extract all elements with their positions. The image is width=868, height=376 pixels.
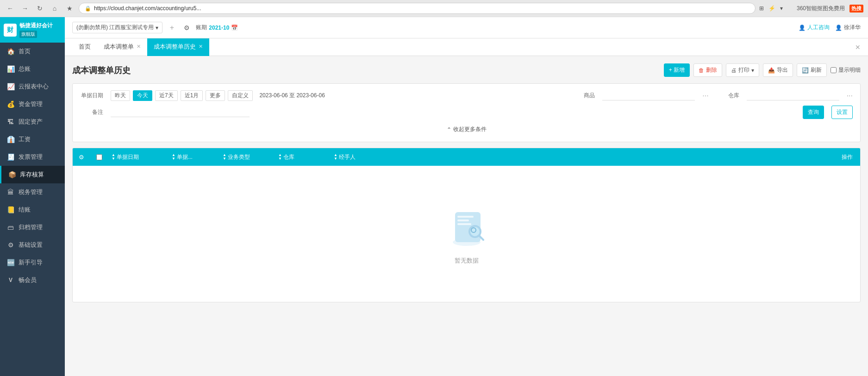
print-icon: 🖨 bbox=[731, 67, 737, 74]
sidebar-item-archive[interactable]: 🗃 归档管理 bbox=[0, 219, 65, 236]
display-cols-toggle[interactable]: 显示明细 bbox=[831, 66, 861, 74]
date-btn-today[interactable]: 今天 bbox=[133, 90, 152, 101]
date-btn-yesterday[interactable]: 昨天 bbox=[111, 90, 130, 101]
page-title-bar: 成本调整单历史 + 新增 🗑 删除 🖨 打印 ▾ 📤 导出 bbox=[72, 63, 861, 77]
select-all-checkbox[interactable] bbox=[96, 154, 102, 160]
th-date-sort-icon: ▲▼ bbox=[112, 153, 115, 161]
th-date-label: 单据日期 bbox=[117, 153, 139, 161]
delete-button[interactable]: 🗑 删除 bbox=[693, 63, 722, 77]
collapse-button[interactable]: ⌃ 收起更多条件 bbox=[447, 124, 487, 135]
manage-company-button[interactable]: ⚙ bbox=[181, 22, 192, 33]
sidebar-item-closing[interactable]: 📒 结账 bbox=[0, 201, 65, 219]
ssl-lock-icon: 🔒 bbox=[85, 6, 91, 12]
bookmark-button[interactable]: ★ bbox=[64, 3, 75, 14]
sidebar-item-assets[interactable]: 🏗 固定资产 bbox=[0, 113, 65, 131]
sidebar-label-invoice: 发票管理 bbox=[19, 153, 43, 161]
sidebar-item-membership[interactable]: V 畅会员 bbox=[0, 271, 65, 289]
export-button[interactable]: 📤 导出 bbox=[763, 63, 793, 77]
tab-cost-adjust-history-close[interactable]: ✕ bbox=[199, 44, 203, 50]
display-cols-checkbox[interactable] bbox=[831, 67, 837, 73]
svg-rect-3 bbox=[457, 219, 469, 221]
guide-icon: 🆕 bbox=[6, 259, 15, 266]
th-handler[interactable]: ▲▼ 经手人 bbox=[330, 153, 386, 161]
goods-filter-input[interactable] bbox=[602, 91, 695, 100]
tab-cost-adjust-label: 成本调整单 bbox=[104, 43, 134, 51]
collapse-label: 收起更多条件 bbox=[453, 125, 487, 133]
goods-ellipsis[interactable]: ··· bbox=[702, 92, 708, 100]
back-button[interactable]: ← bbox=[5, 3, 16, 14]
tab-cost-adjust-close[interactable]: ✕ bbox=[137, 44, 141, 50]
tab-cost-adjust-history[interactable]: 成本调整单历史 ✕ bbox=[147, 38, 209, 56]
refresh-button[interactable]: 🔄 刷新 bbox=[797, 63, 827, 77]
date-btn-custom[interactable]: 自定义 bbox=[228, 90, 253, 101]
sidebar-label-funds: 资金管理 bbox=[19, 100, 43, 108]
app-container: 财 畅捷通好会计 旗舰版 🏠 首页 📊 总账 📈 云报表中心 💰 资金管理 bbox=[0, 17, 868, 376]
sidebar-item-reports[interactable]: 📈 云报表中心 bbox=[0, 78, 65, 95]
sidebar-label-assets: 固定资产 bbox=[19, 118, 43, 126]
user-profile[interactable]: 👤 徐泽华 bbox=[835, 24, 861, 31]
sidebar-item-invoice[interactable]: 🧾 发票管理 bbox=[0, 148, 65, 166]
company-selector[interactable]: (勿删勿禁用) 江西服宝测试专用 ▾ bbox=[72, 22, 162, 33]
sidebar: 财 畅捷通好会计 旗舰版 🏠 首页 📊 总账 📈 云报表中心 💰 资金管理 bbox=[0, 17, 65, 376]
th-date[interactable]: ▲▼ 单据日期 bbox=[108, 153, 168, 161]
warehouse-filter-input[interactable] bbox=[747, 91, 839, 100]
date-btn-1month[interactable]: 近1月 bbox=[181, 90, 203, 101]
query-button[interactable]: 查询 bbox=[803, 106, 824, 119]
chevron-down-icon[interactable]: ▾ bbox=[780, 5, 783, 12]
th-biz-sort-icon: ▲▼ bbox=[223, 153, 226, 161]
sidebar-item-inventory[interactable]: 📦 库存核算 bbox=[0, 166, 65, 183]
archive-icon: 🗃 bbox=[6, 224, 15, 231]
note-filter-input[interactable] bbox=[111, 107, 250, 117]
home-button[interactable]: ⌂ bbox=[49, 3, 60, 14]
table-select-all[interactable] bbox=[90, 154, 108, 160]
th-warehouse[interactable]: ▲▼ 仓库 bbox=[275, 153, 330, 161]
add-button[interactable]: + 新增 bbox=[664, 63, 690, 77]
print-button[interactable]: 🖨 打印 ▾ bbox=[726, 63, 759, 77]
sidebar-item-settings[interactable]: ⚙ 基础设置 bbox=[0, 236, 65, 254]
sidebar-item-guide[interactable]: 🆕 新手引导 bbox=[0, 254, 65, 271]
export-icon: 📤 bbox=[768, 67, 775, 74]
service-button[interactable]: 👤 人工咨询 bbox=[799, 24, 830, 31]
forward-button[interactable]: → bbox=[19, 3, 31, 14]
sidebar-label-closing: 结账 bbox=[19, 206, 31, 214]
sidebar-item-funds[interactable]: 💰 资金管理 bbox=[0, 95, 65, 113]
table-settings-icon[interactable]: ⚙ bbox=[73, 154, 90, 161]
page-actions: + 新增 🗑 删除 🖨 打印 ▾ 📤 导出 🔄 bbox=[664, 63, 861, 77]
closing-icon: 📒 bbox=[6, 206, 15, 213]
add-company-button[interactable]: + bbox=[166, 22, 177, 33]
goods-filter-label: 商品 bbox=[572, 92, 595, 100]
tab-close-all[interactable]: ✕ bbox=[855, 44, 861, 51]
main-area: (勿删勿禁用) 江西服宝测试专用 ▾ + ⚙ 账期 2021-10 📅 👤 人工… bbox=[65, 17, 868, 376]
th-num[interactable]: ▲▼ 单据... bbox=[168, 153, 219, 161]
reload-button[interactable]: ↻ bbox=[34, 3, 45, 14]
date-btn-more[interactable]: 更多 bbox=[206, 90, 225, 101]
th-wh-label: 仓库 bbox=[283, 153, 294, 161]
tab-cost-adjust[interactable]: 成本调整单 ✕ bbox=[97, 38, 147, 56]
calendar-icon[interactable]: 📅 bbox=[231, 25, 238, 31]
warehouse-ellipsis[interactable]: ··· bbox=[847, 92, 853, 100]
delete-label: 删除 bbox=[706, 66, 717, 74]
grid-icon[interactable]: ⊞ bbox=[759, 5, 764, 12]
browser-toolbar: ← → ↻ ⌂ ★ 🔒 https://cloud.chanjet.com/ac… bbox=[0, 0, 868, 17]
date-btn-7days[interactable]: 近7天 bbox=[155, 90, 178, 101]
sidebar-label-home: 首页 bbox=[19, 47, 31, 56]
svg-rect-4 bbox=[457, 223, 471, 225]
service-label: 人工咨询 bbox=[807, 24, 830, 31]
search-label[interactable]: 360智能抠图免费用 bbox=[797, 5, 845, 13]
period-value: 2021-10 bbox=[209, 25, 229, 31]
top-bar-left: (勿删勿禁用) 江西服宝测试专用 ▾ + ⚙ 账期 2021-10 📅 bbox=[72, 22, 238, 33]
th-handler-sort-icon: ▲▼ bbox=[334, 153, 337, 161]
preset-settings-button[interactable]: 设置 bbox=[831, 106, 853, 119]
sidebar-item-payroll[interactable]: 👔 工资 bbox=[0, 131, 65, 148]
sidebar-item-ledger[interactable]: 📊 总账 bbox=[0, 60, 65, 78]
url-text: https://cloud.chanjet.com/accounting/uru… bbox=[94, 5, 201, 12]
bolt-icon[interactable]: ⚡ bbox=[768, 5, 775, 12]
th-biz[interactable]: ▲▼ 业务类型 bbox=[219, 153, 275, 161]
sidebar-item-home[interactable]: 🏠 首页 bbox=[0, 43, 65, 60]
period-info: 账期 2021-10 📅 bbox=[196, 24, 238, 31]
reports-icon: 📈 bbox=[6, 83, 15, 90]
tabs-bar: 首页 成本调整单 ✕ 成本调整单历史 ✕ ✕ bbox=[65, 38, 868, 56]
sidebar-item-tax[interactable]: 🏛 税务管理 bbox=[0, 183, 65, 201]
address-bar[interactable]: 🔒 https://cloud.chanjet.com/accounting/u… bbox=[79, 3, 756, 14]
tab-home[interactable]: 首页 bbox=[72, 38, 97, 56]
